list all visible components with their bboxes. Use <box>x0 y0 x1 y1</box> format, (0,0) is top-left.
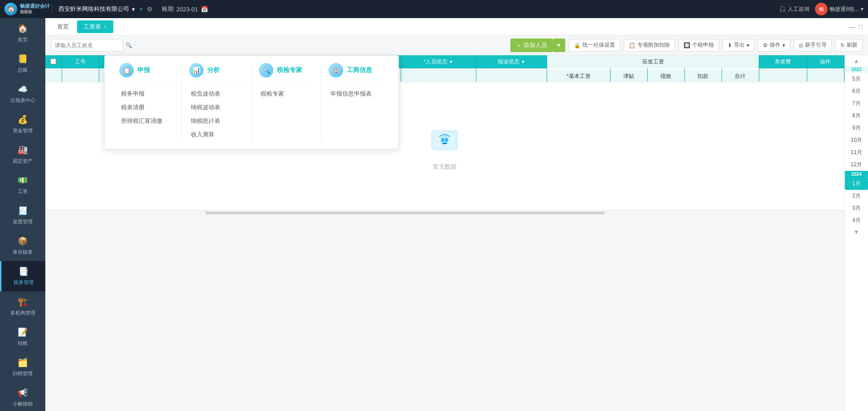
calendar-month-9[interactable]: 9月 <box>845 122 868 134</box>
scrollbar-thumb[interactable] <box>205 212 605 214</box>
support-label: 人工咨询 <box>788 5 810 13</box>
refresh-label: 刷新 <box>847 41 858 49</box>
operations-btn[interactable]: ⚙ 操作 ▾ <box>758 39 790 52</box>
logo-subtitle: 旗舰版 <box>20 9 50 15</box>
sidebar-item-tax[interactable]: 📑 税务管理 <box>0 261 45 291</box>
sidebar-label-home: 首页 <box>18 36 28 43</box>
settings-icon[interactable]: ⚙ <box>147 5 153 13</box>
support-btn[interactable]: 🎧 人工咨询 <box>779 5 810 13</box>
calendar-month-10[interactable]: 10月 <box>845 134 868 146</box>
tab-expand-icon[interactable]: □ <box>859 23 863 30</box>
th-employee-id: 工号 <box>62 55 99 68</box>
add-company-icon[interactable]: ＋ <box>138 5 144 13</box>
dropdown-item-tax-payment[interactable]: 纳税波动表 <box>189 101 244 114</box>
social-security-btn[interactable]: 🔒 统一社保设置 <box>569 39 620 52</box>
fixed-asset-icon: 🏭 <box>18 145 28 155</box>
headset-icon: 🎧 <box>779 6 786 12</box>
sidebar-item-invoice[interactable]: 🧾 发票管理 <box>0 200 45 231</box>
dropdown-item-tax-declaration[interactable]: 税务申报 <box>119 87 174 101</box>
scrollbar-area[interactable] <box>45 210 844 215</box>
analysis-title: 分析 <box>207 66 220 74</box>
add-person-plus-icon: ＋ <box>516 41 522 49</box>
th-sub-action <box>807 70 844 83</box>
sidebar-label-invoice: 发票管理 <box>13 218 33 225</box>
sidebar-label-cloud-report: 云报表中心 <box>10 97 35 104</box>
sidebar-label-xiaochang: 小畅报销 <box>13 401 33 407</box>
calendar-month-11[interactable]: 11月 <box>845 146 868 159</box>
dropdown-item-annual-report[interactable]: 年报信息申报表 <box>329 87 384 101</box>
th-checkbox[interactable] <box>45 55 62 68</box>
calendar-icon[interactable]: 📅 <box>201 6 208 13</box>
salary-tab-label: 工资表 <box>83 23 101 31</box>
calendar-month-7[interactable]: 7月 <box>845 97 868 110</box>
special-deduction-btn[interactable]: 📋 专项附加扣除 <box>624 39 675 52</box>
tab-salary-table[interactable]: 工资表 × <box>77 20 113 33</box>
add-person-dropdown-button[interactable]: ▼ <box>553 39 565 52</box>
calendar-month-2024-2[interactable]: 2月 <box>845 190 868 202</box>
calendar-nav-down[interactable]: ▼ <box>852 227 862 237</box>
calendar-month-6[interactable]: 6月 <box>845 85 868 97</box>
company-selector[interactable]: 西安虾米网络科技有限公司 ▾ ＋ ⚙ <box>58 5 153 13</box>
dropdown-item-tax-schedule[interactable]: 税表清册 <box>119 101 174 114</box>
dropdown-item-income-tax[interactable]: 所得税汇算清缴 <box>119 114 174 128</box>
guide-icon: ◎ <box>799 42 803 48</box>
main-layout: 🏠 首页 📒 总账 ☁️ 云报表中心 💰 资金管理 🏭 固定资产 💵 工资 🧾 … <box>0 18 868 411</box>
dropdown-item-tax-expert[interactable]: 税检专家 <box>259 87 314 101</box>
calendar-month-2024-4[interactable]: 4月 <box>845 214 868 227</box>
person-status-filter-icon[interactable]: ▼ <box>449 59 453 64</box>
company-dropdown-icon[interactable]: ▾ <box>132 6 135 13</box>
tabs-bar: 首页 工资表 × — □ <box>45 18 868 35</box>
select-all-checkbox[interactable] <box>50 58 56 64</box>
th-person-status: *人员状态 ▼ <box>401 55 476 68</box>
refresh-icon: ↻ <box>840 42 845 48</box>
new-guide-toolbar-btn[interactable]: ◎ 新手引导 <box>794 39 832 52</box>
toolbar: 🔍 ＋ 添加人员 ▼ 🔒 统一社保设置 📋 专项附加扣除 <box>45 35 868 55</box>
sidebar-item-xiaochang[interactable]: 📢 小畅报销 <box>0 382 45 411</box>
logo-text-block: 畅捷通好会计 旗舰版 <box>20 3 50 15</box>
add-person-button[interactable]: ＋ 添加人员 <box>510 39 553 52</box>
sidebar-item-archive[interactable]: 🗂️ 归档管理 <box>0 352 45 382</box>
user-avatar-area[interactable]: 畅 畅捷通8组... ▾ <box>815 3 863 15</box>
report-status-filter-icon[interactable]: ▼ <box>521 59 525 64</box>
operations-dropdown-icon: ▾ <box>782 42 785 48</box>
dropdown-item-income-estimate[interactable]: 收入测算 <box>189 128 244 141</box>
business-info-title: 工商信息 <box>347 66 372 74</box>
calendar-nav-up[interactable]: ▲ <box>852 55 862 66</box>
sidebar-item-multi-org[interactable]: 🏗️ 多机构管理 <box>0 291 45 322</box>
tab-minimize-icon[interactable]: — <box>849 23 855 30</box>
social-security-label: 统一社保设置 <box>582 41 615 49</box>
xiaochang-icon: 📢 <box>18 388 28 398</box>
sidebar-item-fund[interactable]: 💰 资金管理 <box>0 109 45 140</box>
dropdown-item-tax-stats[interactable]: 纳税统计表 <box>189 114 244 128</box>
sidebar: 🏠 首页 📒 总账 ☁️ 云报表中心 💰 资金管理 🏭 固定资产 💵 工资 🧾 … <box>0 18 45 411</box>
calendar-month-8[interactable]: 8月 <box>845 110 868 122</box>
sidebar-item-fixed-asset[interactable]: 🏭 固定资产 <box>0 140 45 170</box>
dropdown-menu: 📋 申报 税务申报 税表清册 所得税汇算清缴 📊 分析 税负波动表 纳税波动表 … <box>104 55 399 149</box>
sidebar-item-inventory[interactable]: 📦 库存核算 <box>0 231 45 261</box>
period-selector[interactable]: 账期 2023-01 📅 <box>162 5 208 13</box>
tax-declaration-btn[interactable]: 🔲 个税申报 <box>679 39 719 52</box>
export-btn[interactable]: ⬇ 导出 ▾ <box>723 39 754 52</box>
declaration-icon: 📋 <box>119 63 134 77</box>
sidebar-item-settlement[interactable]: 📝 结账 <box>0 322 45 352</box>
calendar-month-12[interactable]: 12月 <box>845 159 868 171</box>
sidebar-item-ledger[interactable]: 📒 总账 <box>0 48 45 79</box>
special-deduction-label: 专项附加扣除 <box>637 41 670 49</box>
search-box[interactable]: 🔍 <box>51 39 123 52</box>
sidebar-item-cloud-report[interactable]: ☁️ 云报表中心 <box>0 79 45 109</box>
calendar-month-5[interactable]: 5月 <box>845 73 868 85</box>
sidebar-item-salary[interactable]: 💵 工资 <box>0 170 45 200</box>
sidebar-item-home[interactable]: 🏠 首页 <box>0 18 45 48</box>
tab-home[interactable]: 首页 <box>51 20 75 33</box>
refresh-btn[interactable]: ↻ 刷新 <box>835 39 863 52</box>
calendar-month-2024-1[interactable]: 1月 <box>845 178 868 190</box>
user-name: 畅捷通8组... <box>829 5 859 13</box>
tab-close-icon[interactable]: × <box>104 24 107 30</box>
th-sub-pension <box>759 70 807 83</box>
toolbar-right: ＋ 添加人员 ▼ 🔒 统一社保设置 📋 专项附加扣除 🔲 个税申报 <box>510 39 863 52</box>
dropdown-section-tax-expert: 🔍 税检专家 税检专家 <box>252 63 321 141</box>
dropdown-item-tax-burden[interactable]: 税负波动表 <box>189 87 244 101</box>
search-input[interactable] <box>55 42 123 48</box>
th-sub-empty-8 <box>476 70 547 83</box>
calendar-month-2024-3[interactable]: 3月 <box>845 202 868 214</box>
